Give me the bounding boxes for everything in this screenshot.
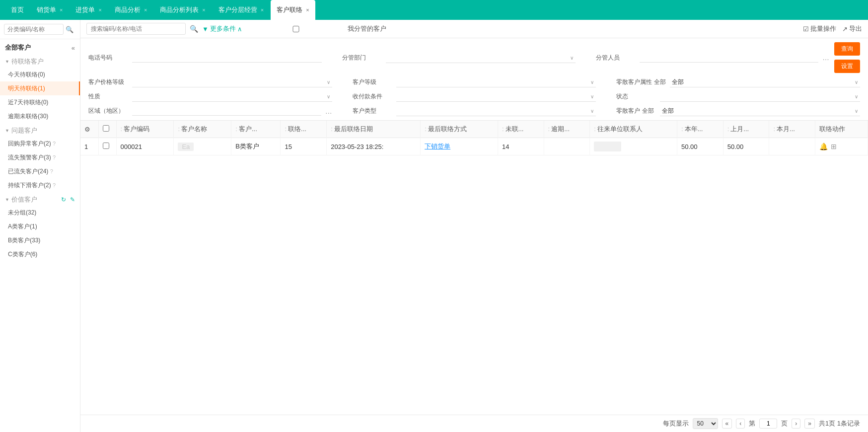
- td-overdue: [544, 138, 590, 155]
- nav-analysis-list-close[interactable]: ×: [202, 7, 205, 13]
- page-unit: 页: [781, 419, 788, 428]
- filter-person-dots[interactable]: …: [822, 54, 829, 62]
- export-button[interactable]: ↗ 导出: [842, 24, 862, 33]
- sidebar-item-b-class[interactable]: B类客户(33): [0, 233, 80, 247]
- page-label: 第: [749, 419, 755, 428]
- sidebar-item-churn-warning[interactable]: 流失预警客户(3) ?: [0, 150, 80, 164]
- th-name: :客户名称: [174, 121, 231, 138]
- nav-analysis-list[interactable]: 商品分析列表 ×: [154, 0, 211, 20]
- nav-analysis-label: 商品分析: [115, 5, 141, 14]
- nav-sales-close[interactable]: ×: [60, 7, 63, 13]
- filter-customer-type-select[interactable]: [396, 106, 596, 116]
- td-checkbox[interactable]: [98, 138, 116, 155]
- settings-icon[interactable]: ⚙: [84, 126, 90, 133]
- search-icon[interactable]: 🔍: [190, 25, 198, 33]
- nav-customer-contact-label: 客户联络: [277, 5, 302, 14]
- nav-customer-contact-close[interactable]: ×: [306, 7, 309, 13]
- my-customers-checkbox-area[interactable]: 我分管的客户: [246, 24, 386, 33]
- sidebar-search-input[interactable]: [4, 24, 64, 35]
- filter-retail-attr: 零散客户属性 全部 全部: [616, 77, 860, 87]
- action-phone-icon[interactable]: 🔔: [819, 143, 828, 150]
- nav-purchase-close[interactable]: ×: [98, 7, 101, 13]
- th-settings[interactable]: ⚙: [80, 121, 98, 138]
- my-customers-checkbox[interactable]: [246, 26, 346, 32]
- sidebar-item-7days[interactable]: 近7天待联络(0): [0, 95, 80, 109]
- last-method-link[interactable]: 下销货单: [425, 143, 450, 150]
- filter-phone-input[interactable]: [132, 53, 322, 63]
- td-action: 🔔 ⊞: [815, 138, 868, 155]
- filter-chevron-icon: ∧: [237, 25, 242, 33]
- filter-price-grade-wrap: [132, 77, 332, 87]
- sidebar-item-rebuy-abnormal[interactable]: 回购异常客户(2) ?: [0, 137, 80, 150]
- contact-person-blurred: [594, 142, 621, 151]
- reset-button[interactable]: 设置: [834, 60, 860, 73]
- nav-sales[interactable]: 销货单 ×: [31, 0, 69, 20]
- select-all-checkbox[interactable]: [103, 125, 109, 132]
- sidebar-collapse-icon[interactable]: «: [72, 44, 75, 52]
- bulk-button[interactable]: ☑ 批量操作: [803, 24, 836, 33]
- prev-page-button[interactable]: ‹: [736, 419, 745, 429]
- first-page-button[interactable]: «: [722, 419, 732, 429]
- td-last-method[interactable]: 下销货单: [421, 138, 498, 155]
- nav-customer-segment[interactable]: 客户分层经营 ×: [213, 0, 270, 20]
- sidebar-item-c-class[interactable]: C类客户(6): [0, 247, 80, 261]
- filter-nature-label: 性质: [88, 92, 128, 101]
- page-input[interactable]: [759, 419, 777, 429]
- row-checkbox[interactable]: [103, 143, 109, 149]
- nav-home[interactable]: 首页: [5, 0, 30, 20]
- sidebar-group-pending-triangle: ▼: [5, 59, 9, 64]
- next-page-button[interactable]: ›: [792, 419, 800, 429]
- filter-payment-select[interactable]: [396, 91, 596, 102]
- my-customers-label: 我分管的客户: [348, 24, 386, 33]
- sidebar-item-churned[interactable]: 已流失客户(24) ?: [0, 164, 80, 178]
- filter-price-grade: 客户价格等级: [88, 77, 332, 87]
- table-container: ⚙ :客户编码 :客户名称 :客户... :联络... :最后联络日期 :最后联…: [80, 121, 868, 415]
- main-layout: 🔍 全部客户 « ▼ 待联络客户 今天待联络(0) 明天待联络(1) 近7天待联…: [0, 20, 868, 432]
- per-page-select[interactable]: 50 100 200: [693, 418, 718, 429]
- search-input[interactable]: [86, 23, 186, 35]
- filter-row-1: 电话号码 分管部门 分管人员 … 查询 设: [88, 42, 860, 73]
- filter-retail-attr-select[interactable]: 全部: [670, 77, 860, 87]
- filter-nature-select[interactable]: [132, 91, 332, 102]
- filter-region-dots[interactable]: …: [325, 107, 332, 115]
- sidebar-item-today[interactable]: 今天待联络(0): [0, 68, 80, 81]
- filter-customer-grade-label: 客户等级: [353, 78, 392, 86]
- th-checkbox[interactable]: [98, 121, 116, 138]
- sidebar-group-pending: ▼ 待联络客户: [0, 54, 80, 68]
- sidebar-item-overdue[interactable]: 逾期未联络(30): [0, 109, 80, 123]
- th-uncontacted: :未联...: [498, 121, 544, 138]
- sidebar-item-a-class[interactable]: A类客户(1): [0, 219, 80, 233]
- value-group-edit[interactable]: ✎: [70, 196, 75, 203]
- nav-customer-contact[interactable]: 客户联络 ×: [271, 0, 315, 20]
- query-button[interactable]: 查询: [834, 42, 860, 56]
- nav-purchase[interactable]: 进货单 ×: [70, 0, 107, 20]
- sidebar-search-icon[interactable]: 🔍: [66, 26, 73, 33]
- filter-price-grade-select[interactable]: [132, 77, 332, 87]
- td-this-month: [769, 138, 815, 155]
- filter-status-select[interactable]: [660, 91, 860, 102]
- filter-label: 更多条件: [210, 24, 236, 33]
- filter-button[interactable]: ▼ 更多条件 ∧: [202, 24, 242, 33]
- customer-name-blurred: Ea: [178, 143, 194, 151]
- filter-dept-select[interactable]: [386, 53, 576, 63]
- filter-person-input[interactable]: [640, 53, 818, 63]
- action-grid-icon[interactable]: ⊞: [831, 143, 837, 150]
- sidebar-search-area: 🔍: [0, 20, 80, 39]
- sidebar-item-tomorrow[interactable]: 明天待联络(1): [0, 81, 80, 95]
- sidebar-item-declining[interactable]: 持续下滑客户(2) ?: [0, 178, 80, 192]
- nav-analysis-close[interactable]: ×: [144, 7, 147, 13]
- sidebar-all-customers[interactable]: 全部客户 «: [0, 39, 80, 54]
- filter-retail-select[interactable]: 全部: [660, 106, 860, 116]
- nav-customer-segment-close[interactable]: ×: [261, 7, 264, 13]
- value-group-refresh[interactable]: ↻: [61, 196, 66, 203]
- sidebar-item-unclassified[interactable]: 未分组(32): [0, 206, 80, 219]
- filter-phone-label: 电话号码: [88, 54, 128, 62]
- nav-analysis[interactable]: 商品分析 ×: [109, 0, 153, 20]
- td-name: Ea: [174, 138, 231, 155]
- filter-region-input[interactable]: [132, 106, 321, 116]
- td-code: 000021: [116, 138, 174, 155]
- last-page-button[interactable]: »: [804, 419, 815, 429]
- filter-customer-grade-select[interactable]: [396, 77, 596, 87]
- filter-region: 区域（地区） …: [88, 106, 332, 116]
- filter-customer-grade: 客户等级: [353, 77, 596, 87]
